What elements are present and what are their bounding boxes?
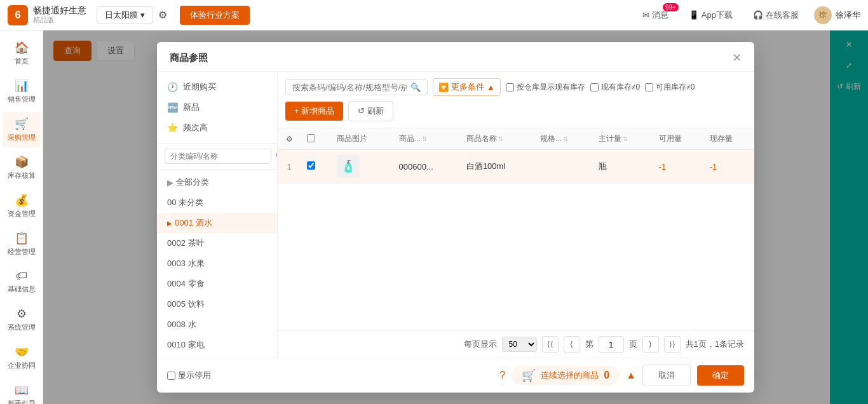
inventory-icon: 📦 (15, 155, 29, 169)
available-stock-checkbox-label[interactable]: 可用库存≠0 (645, 82, 695, 93)
cat-label-0001: 0001 酒水 (175, 217, 212, 229)
right-panel: 🔍 🔽 更多条件 ▲ 按仓库显示现有库存 (278, 72, 754, 358)
table-body: 1 🧴 000600... 白酒100ml 瓶 (278, 150, 754, 184)
sidebar-item-operations[interactable]: 📋 经营管理 (3, 226, 41, 262)
row-checkbox-cell[interactable] (301, 150, 330, 184)
sidebar-item-inventory[interactable]: 📦 库存核算 (3, 150, 41, 185)
selector-dropdown[interactable]: 日太阳膜 ▾ (97, 6, 153, 24)
page-last-button[interactable]: ⟩⟩ (664, 336, 681, 353)
page-label-page: 页 (629, 339, 637, 350)
refresh-button[interactable]: ↺ 刷新 (348, 101, 393, 121)
sidebar-item-guide[interactable]: 📖 新手引导 (3, 378, 41, 404)
col-name[interactable]: 商品名称⇅ (460, 128, 534, 150)
sidebar-item-sales[interactable]: 📊 销售管理 (3, 74, 41, 109)
sidebar-item-system[interactable]: ⚙ 系统管理 (3, 302, 41, 337)
quick-item-frequent[interactable]: ⭐ 频次高 (157, 118, 277, 138)
cat-item-0004[interactable]: 0004 零食 (157, 274, 277, 294)
online-service-button[interactable]: 🎧 在线客服 (748, 7, 804, 24)
col-stock: 现存量 (703, 128, 754, 150)
cat-label-0002: 0002 茶叶 (167, 238, 205, 249)
filter-button[interactable]: 🔽 更多条件 ▲ (433, 78, 501, 96)
current-stock-checkbox[interactable] (590, 83, 599, 91)
operations-icon: 📋 (15, 231, 29, 245)
sidebar-label-operations: 经营管理 (8, 247, 36, 257)
add-product-button[interactable]: + 新增商品 (285, 102, 343, 121)
show-disabled-label[interactable]: 显示停用 (167, 370, 211, 381)
main-content: 查询 设置 ✕ ⤢ ↺ 刷新 商品参照 ✕ (43, 30, 868, 404)
page-size-select[interactable]: 20 50 100 (502, 337, 537, 352)
table-row[interactable]: 1 🧴 000600... 白酒100ml 瓶 (278, 150, 754, 184)
app-download-button[interactable]: 📱 App下载 (684, 7, 738, 24)
cat-arrow-0001: ▶ (167, 220, 172, 227)
quick-item-new[interactable]: 🆕 新品 (157, 97, 277, 118)
row-stock: -1 (703, 150, 754, 184)
cat-item-0008[interactable]: 0008 水 (157, 314, 277, 335)
sidebar-item-basic[interactable]: 🏷 基础信息 (3, 264, 41, 299)
category-search-input[interactable] (165, 149, 271, 164)
row-unit: 瓶 (592, 150, 653, 184)
page-next-button[interactable]: ⟩ (642, 336, 659, 353)
warehouse-checkbox[interactable] (506, 83, 514, 91)
cat-arrow-all: ▶ (167, 178, 173, 187)
search-icon[interactable]: 🔍 (410, 83, 421, 92)
message-badge: 99+ (663, 3, 679, 11)
help-icon[interactable]: ? (499, 370, 505, 381)
cat-item-all[interactable]: ▶ 全部分类 (157, 172, 277, 192)
cat-item-0001[interactable]: ▶ 0001 酒水 (157, 213, 277, 233)
cart-count: 0 (604, 370, 609, 381)
page-prev-button[interactable]: ⟨ (564, 336, 580, 353)
current-stock-checkbox-label[interactable]: 现有库存≠0 (590, 82, 640, 93)
dialog-close-button[interactable]: ✕ (732, 51, 742, 65)
guide-icon: 📖 (15, 383, 29, 397)
logo-icon: 6 (8, 5, 28, 25)
page-size-label: 每页显示 (464, 339, 497, 350)
left-panel: 🕐 近期购买 🆕 新品 ⭐ 频次高 (157, 72, 278, 358)
select-all-checkbox[interactable] (307, 134, 315, 142)
col-code[interactable]: 商品...⇅ (393, 128, 460, 150)
row-code: 000600... (393, 150, 460, 184)
show-disabled-checkbox[interactable] (167, 372, 175, 380)
show-disabled-text: 显示停用 (178, 370, 211, 381)
col-settings[interactable]: ⚙ (278, 128, 301, 150)
cancel-button[interactable]: 取消 (642, 365, 691, 386)
search-input[interactable] (292, 83, 407, 92)
sales-icon: 📊 (15, 79, 29, 93)
filter-label: 更多条件 (451, 81, 484, 93)
confirm-button[interactable]: 确定 (697, 365, 744, 386)
row-checkbox[interactable] (307, 161, 315, 170)
quick-item-recent[interactable]: 🕐 近期购买 (157, 77, 277, 97)
cat-item-0005[interactable]: 0005 饮料 (157, 294, 277, 314)
footer-left: 显示停用 (167, 370, 211, 381)
col-spec[interactable]: 规格...⇅ (534, 128, 592, 150)
cat-item-0010[interactable]: 0010 家电 (157, 335, 277, 355)
cat-label-0010: 0010 家电 (167, 339, 205, 351)
nav-right: ✉ 消息 99+ 📱 App下载 🎧 在线客服 徐 徐泽华 (637, 6, 860, 24)
warehouse-checkbox-text: 按仓库显示现有库存 (517, 82, 585, 93)
search-box: 🔍 (285, 79, 428, 95)
filter-icon: 🔽 (438, 83, 449, 92)
warehouse-checkbox-label[interactable]: 按仓库显示现有库存 (506, 82, 585, 93)
user-area[interactable]: 徐 徐泽华 (814, 6, 860, 24)
service-icon: 🎧 (753, 10, 763, 20)
cart-label: 连续选择的商品 (541, 370, 599, 381)
sidebar-item-enterprise[interactable]: 🤝 企业协同 (3, 340, 41, 375)
sidebar-item-home[interactable]: 🏠 首页 (3, 36, 41, 71)
message-button[interactable]: ✉ 消息 99+ (637, 7, 674, 24)
trial-button[interactable]: 体验行业方案 (180, 6, 250, 25)
sidebar-item-purchase[interactable]: 🛒 采购管理 (3, 112, 41, 147)
row-num: 1 (278, 150, 301, 184)
row-spec (534, 150, 592, 184)
cat-item-0002[interactable]: 0002 茶叶 (157, 233, 277, 253)
cat-item-00[interactable]: 00 未分类 (157, 192, 277, 213)
cart-collapse-button[interactable]: ▲ (626, 370, 636, 381)
message-icon: ✉ (642, 10, 649, 20)
cat-item-0003[interactable]: 0003 水果 (157, 253, 277, 274)
enterprise-icon: 🤝 (15, 345, 29, 359)
page-number-input[interactable] (599, 336, 624, 353)
col-checkbox[interactable] (301, 128, 330, 150)
settings-icon[interactable]: ⚙ (153, 6, 172, 25)
sidebar-item-finance[interactable]: 💰 资金管理 (3, 188, 41, 224)
page-first-button[interactable]: ⟨⟨ (542, 336, 559, 353)
available-stock-checkbox[interactable] (645, 83, 653, 91)
col-unit[interactable]: 主计量⇅ (592, 128, 653, 150)
